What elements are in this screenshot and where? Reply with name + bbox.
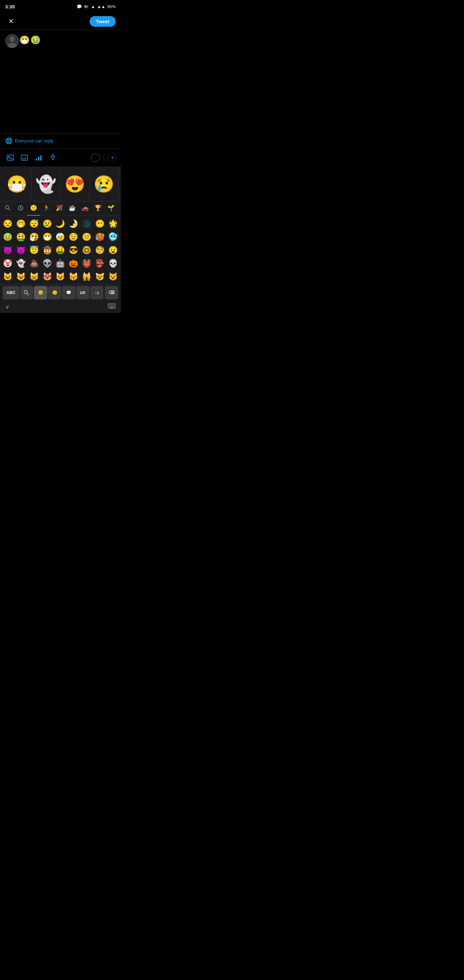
emoticon-keyboard-button[interactable]: :-) [90,286,104,299]
svg-text:GIF: GIF [22,157,26,160]
sticker-mask-sick[interactable]: 😷 [3,170,32,199]
emoji-cowboy[interactable]: 🤠 [41,244,54,257]
emoji-sneezing[interactable]: 🤧 [28,231,41,244]
location-button[interactable] [46,151,59,164]
gif-keyboard-button[interactable]: GIF [76,286,90,299]
emoji-nerd[interactable]: 🤓 [80,244,94,257]
emoji-monocle[interactable]: 🧐 [93,244,106,257]
wifi-icon: ▲ [91,4,95,9]
emoji-alien[interactable]: 👽 [41,257,54,270]
emoji-sun[interactable]: 🌟 [106,217,119,231]
abc-keyboard-button[interactable]: ABC [3,286,19,299]
poll-icon [35,154,42,161]
svg-rect-21 [110,306,111,307]
emoji-poop[interactable]: 💩 [28,257,41,270]
gif-button[interactable]: GIF [18,151,31,164]
emoji-jack-o-lantern[interactable]: 🎃 [67,257,80,270]
svg-rect-23 [113,306,114,307]
location-icon [49,154,56,161]
emoji-sleepy[interactable]: 😴 [28,217,41,231]
tweet-button[interactable]: Tweet [90,16,116,27]
emoji-angry-imp[interactable]: 👿 [14,244,28,257]
emoji-heart-eyes-cat[interactable]: 😻 [41,270,54,283]
emoji-crying-cat[interactable]: 😿 [93,270,106,283]
tab-awards[interactable]: 🏆 [92,202,104,216]
keyboard-bottom-row: ABC 😊 🙂 💬 GIF :-) ⌫ [0,284,121,301]
tab-smileys[interactable]: 🙂 [27,202,40,216]
emoji-cat[interactable]: 🐱 [1,270,14,283]
emoji-money-mouth[interactable]: 🤑 [54,244,67,257]
emoji-crying[interactable]: 😢 [41,217,54,231]
emoji-smirk-cat[interactable]: 😼 [54,270,67,283]
top-bar: ✕ Tweet [0,13,121,30]
emoji-crescent-moon[interactable]: 🌙 [54,217,67,231]
emoji-imp[interactable]: 😈 [1,244,14,257]
svg-point-11 [5,206,9,209]
status-time: 3:35 [5,4,15,10]
emoji-keyboard-button[interactable]: 😊 [34,286,48,299]
tab-nature[interactable]: 🌱 [104,202,117,216]
emoji-skull[interactable]: 💀 [106,257,119,270]
emoji-angel[interactable]: 😇 [28,244,41,257]
emoji-sunglasses[interactable]: 😎 [67,244,80,257]
emoji-first-quarter-moon[interactable]: 🌛 [67,217,80,231]
emoji-pouting-cat[interactable]: 😾 [106,270,119,283]
emoji-drooling[interactable]: 😒 [1,217,14,231]
emoji-no-mouth[interactable]: 😶 [93,217,106,231]
tab-symbols[interactable]: # [117,202,121,216]
emoji-joy-cat[interactable]: 😸 [28,270,41,283]
emoji-ogre[interactable]: 👹 [80,257,94,270]
tab-travel[interactable]: 🚗 [79,202,92,216]
emoji-mask[interactable]: 😷 [41,231,54,244]
emoji-cold[interactable]: 🥶 [106,231,119,244]
compose-emojis: 😷 🤢 [19,35,116,45]
reply-setting-label: Everyone can reply [15,138,54,143]
emoji-worried[interactable]: 😟 [67,231,80,244]
status-icons: 💬 🐦 ▲ ▲▲ 95% [77,4,116,9]
sticker-headphones[interactable]: 🎧 [119,170,121,199]
keyboard-icon-svg [108,303,116,309]
poll-button[interactable] [32,151,45,164]
tab-search[interactable] [1,202,14,216]
emoji-nauseated[interactable]: 🤢 [1,231,14,244]
emoji-hot[interactable]: 🥵 [93,231,106,244]
emoji-grinning-cat[interactable]: 😺 [14,270,28,283]
text-keyboard-button[interactable]: 💬 [62,286,75,299]
tab-recent[interactable] [14,202,27,216]
emoji-category-tabs: 🙂 🏃 🎉 ☕ 🚗 🏆 🌱 # 🚩 [0,202,121,216]
sticker-keyboard-button[interactable]: 🙂 [48,286,62,299]
emoji-search-button[interactable] [20,286,33,299]
emoji-grid: 😒 🤭 😴 😢 🌙 🌛 🌑 😶 🌟 🤢 🤮 🤧 😷 🤕 😟 😕 🥵 🥶 😈 👿 … [0,216,121,284]
emoji-goblin[interactable]: 👺 [93,257,106,270]
tab-activities[interactable]: 🎉 [53,202,66,216]
keyboard-icon[interactable] [108,303,116,310]
nav-down-arrow[interactable]: ∨ [5,303,10,310]
backspace-button[interactable]: ⌫ [105,286,118,299]
sticker-crying-sick[interactable]: 😢 [90,170,119,199]
add-tweet-button[interactable]: + [108,153,117,162]
compose-text-area[interactable]: 😷 🤢 [19,34,116,129]
svg-rect-25 [110,307,114,308]
image-button[interactable] [4,151,17,164]
emoji-hand-over-mouth[interactable]: 🤭 [14,217,28,231]
svg-rect-18 [113,305,114,305]
emoji-vomiting[interactable]: 🤮 [14,231,28,244]
emoji-clown[interactable]: 🤡 [1,257,14,270]
emoji-scream-cat[interactable]: 🙀 [80,270,94,283]
close-button[interactable]: ✕ [5,16,17,27]
emoji-kissing-cat[interactable]: 😽 [67,270,80,283]
sticker-heart-eyes[interactable]: 😍 [60,170,90,199]
emoji-injured[interactable]: 🤕 [54,231,67,244]
emoji-new-moon[interactable]: 🌑 [80,217,94,231]
svg-rect-19 [114,305,115,305]
sticker-row: 😷 👻 😍 😢 🎧 [0,167,121,202]
emoji-confused[interactable]: 😕 [80,231,94,244]
emoji-worried2[interactable]: 😦 [106,244,119,257]
sticker-ghost-vomit[interactable]: 👻 [32,170,60,199]
reply-setting[interactable]: 🌐 Everyone can reply [0,133,121,149]
svg-rect-22 [111,306,113,307]
tab-people[interactable]: 🏃 [40,202,53,216]
emoji-robot[interactable]: 🤖 [54,257,67,270]
tab-objects[interactable]: ☕ [66,202,79,216]
emoji-ghost[interactable]: 👻 [14,257,28,270]
